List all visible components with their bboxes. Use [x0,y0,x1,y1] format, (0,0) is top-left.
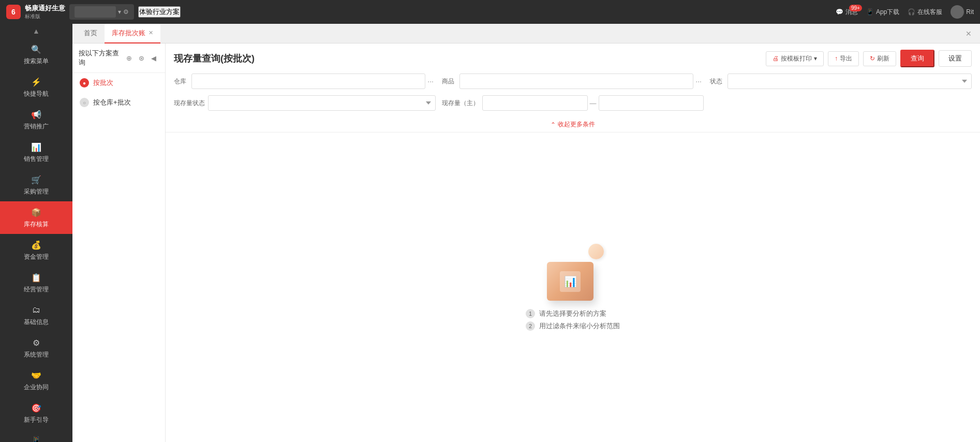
sidebar-item-system[interactable]: ⚙ 系统管理 [0,332,72,364]
sales-icon: 📊 [31,141,42,153]
box-decoration [588,244,604,259]
left-panel-header: 按以下方案查询 ⊕ ⊛ ◀ [72,43,165,73]
tab-inventory-batch[interactable]: 库存批次账 ✕ [105,24,160,43]
settings-icon[interactable]: ⚙ [123,8,129,16]
inventory-range: — [482,95,704,111]
sidebar-item-label: 资金管理 [24,253,49,261]
print-icon: 🖨 [773,55,779,62]
export-button[interactable]: ↑ 导出 [828,51,859,66]
refresh-icon: ↻ [870,55,875,62]
empty-illustration: 📊 [542,244,604,301]
sidebar-item-enterprise[interactable]: 🤝 企业协同 [0,364,72,397]
settings-button[interactable]: 设置 [939,50,972,67]
dropdown-icon[interactable]: ▾ [118,8,121,16]
brand-info: 畅康通好生意 标准版 [25,4,65,20]
sidebar-item-marketing[interactable]: 📢 营销推广 [0,104,72,136]
sidebar-item-newbie[interactable]: 🎯 新手引导 [0,397,72,430]
status-field: 状态 全部 正常 停用 [710,73,972,89]
user-nav[interactable]: Rit [951,5,974,19]
export-label: 导出 [840,54,852,63]
sidebar-item-basics[interactable]: 🗂 基础信息 [0,299,72,332]
sidebar-item-inventory[interactable]: 📦 库存核算 [0,201,72,234]
sidebar-item-purchase[interactable]: 🛒 采购管理 [0,169,72,201]
apps-icon: 📱 [31,435,42,442]
template-print-button[interactable]: 🖨 按模板打印 ▾ [766,51,824,66]
plan-label: 按批次 [93,78,113,87]
basics-icon: 🗂 [31,304,42,316]
plan-label: 按仓库+批次 [93,98,131,107]
plan-item-by-warehouse-batch[interactable]: ○ 按仓库+批次 [72,93,165,112]
export-icon: ↑ [835,55,838,62]
newbie-icon: 🎯 [31,402,42,414]
toolbar-buttons: 🖨 按模板打印 ▾ ↑ 导出 ↻ 刷新 [766,50,972,67]
plan-item-by-batch[interactable]: ● 按批次 [72,73,165,93]
tab-home[interactable]: 首页 [77,24,105,43]
inventory-status-label: 现存量状态 [174,99,205,108]
inventory-main-label: 现存量（主） [442,99,479,108]
warehouse-more-icon[interactable]: ··· [427,77,434,85]
brand-edition: 标准版 [25,13,65,20]
tab-home-label: 首页 [84,28,97,38]
empty-state: 📊 1 请先选择要分析的方案 2 用过滤条件来缩小分析范围 [166,132,980,442]
search-input-display [75,6,116,18]
sidebar-item-operations[interactable]: 📋 经营管理 [0,267,72,299]
plan-icon-inactive: ○ [80,98,89,107]
inventory-status-select[interactable]: 全部 [208,95,436,111]
collapse-more-conditions[interactable]: ⌃ 收起更多条件 [174,117,972,132]
page-content: 按以下方案查询 ⊕ ⊛ ◀ ● 按批次 ○ 按仓库+批次 [72,43,980,442]
sidebar-item-sales[interactable]: 📊 销售管理 [0,136,72,169]
product-more-icon[interactable]: ··· [695,77,702,85]
hint-num-2: 2 [526,321,535,331]
message-badge: 99+ [849,5,862,11]
dropdown-icon[interactable]: ▾ [814,55,817,62]
left-panel: 按以下方案查询 ⊕ ⊛ ◀ ● 按批次 ○ 按仓库+批次 [72,43,166,442]
content-area: 首页 库存批次账 ✕ ✕ 按以下方案查询 ⊕ ⊛ ◀ [72,24,980,442]
sidebar-item-search-menu[interactable]: 🔍 搜索菜单 [0,38,72,71]
app-download-nav[interactable]: 📱 App下载 [866,8,899,17]
hint-text-1: 请先选择要分析的方案 [539,309,606,318]
sidebar: ▲ 🔍 搜索菜单 ⚡ 快捷导航 📢 营销推广 📊 销售管理 🛒 采购管理 📦 库… [0,24,72,442]
inventory-from-input[interactable] [482,95,588,111]
refresh-button[interactable]: ↻ 刷新 [863,51,896,66]
brand-logo: 6 [6,5,21,19]
avatar [951,5,964,19]
query-button[interactable]: 查询 [900,50,934,67]
sidebar-item-apps[interactable]: 📱 应用中心 [0,430,72,442]
header-left: 6 畅康通好生意 标准版 ▾ ⚙ 体验行业方案 [6,4,181,20]
box-shape: 📊 [547,262,593,301]
purchase-icon: 🛒 [31,174,42,185]
sidebar-item-label: 企业协同 [24,383,49,392]
online-service-nav[interactable]: 🎧 在线客服 [908,8,942,17]
collapse-panel-button[interactable]: ◀ [149,53,159,63]
status-select[interactable]: 全部 正常 停用 [727,73,972,89]
trial-button[interactable]: 体验行业方案 [138,6,181,18]
sidebar-item-quick-nav[interactable]: ⚡ 快捷导航 [0,71,72,104]
inventory-to-input[interactable] [599,95,704,111]
quick-nav-icon: ⚡ [31,76,42,87]
warehouse-input[interactable] [191,73,425,89]
settings-plan-button[interactable]: ⊛ [136,53,146,63]
tab-inventory-batch-label: 库存批次账 [112,28,145,38]
sidebar-scroll-up[interactable]: ▲ [0,24,72,38]
close-panel-icon[interactable]: ✕ [961,30,976,38]
sidebar-item-label: 经营管理 [24,285,49,294]
inventory-main-field: 现存量（主） — [442,95,704,111]
messages-nav[interactable]: 💬 消息 99+ [836,8,858,17]
left-panel-title: 按以下方案查询 [79,49,124,67]
user-name: Rit [966,8,974,16]
tab-close-icon[interactable]: ✕ [149,30,153,36]
sidebar-item-label: 营销推广 [24,122,49,131]
filter-row-2: 现存量状态 全部 现存量（主） — [174,95,972,111]
product-input[interactable] [459,73,693,89]
product-field: 商品 ··· [442,73,704,89]
marketing-icon: 📢 [31,109,42,120]
brand-name: 畅康通好生意 [25,4,65,13]
header-search-area[interactable]: ▾ ⚙ [69,4,134,20]
box-inner: 📊 [560,271,581,292]
add-plan-button[interactable]: ⊕ [124,53,134,63]
empty-hint-2: 2 用过滤条件来缩小分析范围 [526,321,620,331]
app-download-label: App下载 [876,8,899,17]
sidebar-item-finance[interactable]: 💰 资金管理 [0,234,72,267]
operations-icon: 📋 [31,272,42,283]
tabs-bar: 首页 库存批次账 ✕ ✕ [72,24,980,43]
